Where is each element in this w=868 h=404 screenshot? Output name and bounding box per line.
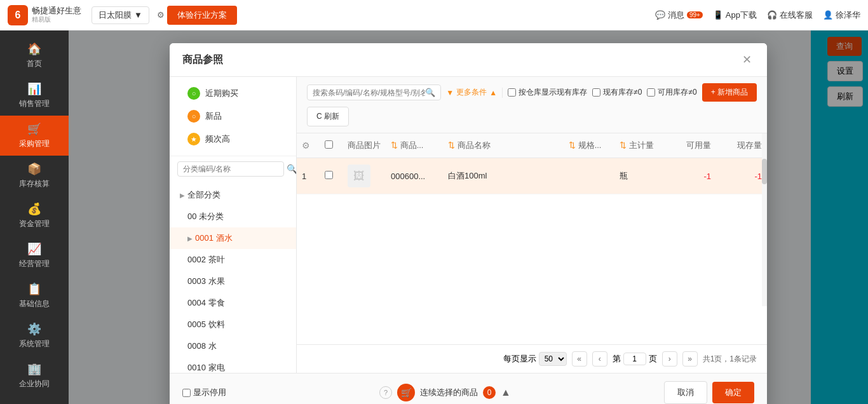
- first-page-button[interactable]: «: [572, 351, 587, 367]
- enterprise-icon: 🏢: [27, 362, 41, 376]
- sidebar-item-sales[interactable]: 📊 销售管理: [0, 76, 69, 116]
- more-filters-button[interactable]: ▼ 更多条件 ▲: [446, 87, 497, 98]
- select-all-checkbox[interactable]: [325, 140, 333, 149]
- nav-dropdown[interactable]: 日太阳膜 ▼: [92, 6, 149, 24]
- category-search-input[interactable]: [177, 161, 284, 177]
- sort-icon: ⇅: [569, 140, 576, 150]
- refresh-button[interactable]: C 刷新: [307, 107, 349, 126]
- scrollbar-thumb[interactable]: [762, 159, 767, 184]
- sidebar-item-operations[interactable]: 📈 经营管理: [0, 236, 69, 276]
- row-stock: -1: [716, 158, 767, 194]
- last-page-button[interactable]: »: [682, 351, 698, 367]
- app-download-button[interactable]: 📱 App下载: [713, 10, 757, 21]
- category-0010[interactable]: 0010 家电: [170, 357, 296, 373]
- arrow-icon: ▶: [180, 192, 185, 199]
- messages-button[interactable]: 💬 消息 99+: [655, 10, 703, 21]
- sidebar-item-home[interactable]: 🏠 首页: [0, 36, 69, 76]
- category-0003[interactable]: 0003 水果: [170, 271, 296, 292]
- search-icon[interactable]: 🔍: [425, 88, 435, 97]
- col-name-header[interactable]: ⇅ 商品名称: [443, 133, 564, 158]
- recent-purchase-filter[interactable]: ○ 近期购买: [177, 82, 288, 105]
- available-stock-checkbox[interactable]: [647, 88, 655, 97]
- content-area: 查询 设置 刷新 商品参照 ✕: [69, 30, 868, 404]
- warehouse-stock-checkbox[interactable]: [508, 88, 516, 97]
- scrollbar-track[interactable]: [762, 133, 767, 306]
- category-search-icon[interactable]: 🔍: [287, 164, 297, 174]
- nonzero-stock-checkbox[interactable]: [592, 88, 600, 97]
- show-disabled-label[interactable]: 显示停用: [182, 387, 226, 398]
- category-0008[interactable]: 0008 水: [170, 335, 296, 357]
- page-size-dropdown[interactable]: 50: [539, 352, 567, 366]
- category-0002[interactable]: 0002 茶叶: [170, 249, 296, 271]
- product-table-container: ⚙ 商品图片: [297, 133, 767, 344]
- row-num: 1: [297, 158, 320, 194]
- help-icon[interactable]: ?: [379, 386, 392, 399]
- row-avail: -1: [665, 158, 716, 194]
- prev-page-button[interactable]: ‹: [592, 351, 607, 367]
- confirm-button[interactable]: 确定: [712, 382, 754, 403]
- sidebar-item-assets[interactable]: 💰 资金管理: [0, 196, 69, 236]
- main-layout: 🏠 首页 📊 销售管理 🛒 采购管理 📦 库存核算 💰 资金管理 📈 经营管理 …: [0, 30, 868, 404]
- system-icon: ⚙️: [27, 322, 41, 336]
- user-profile[interactable]: 👤 徐泽华: [823, 10, 860, 21]
- col-code-header[interactable]: ⇅ 商品...: [386, 133, 443, 158]
- filter-icon: ▼: [446, 88, 454, 97]
- online-service-button[interactable]: 🎧 在线客服: [767, 10, 813, 21]
- cart-icon[interactable]: 🛒: [397, 384, 415, 401]
- message-badge: 99+: [687, 11, 703, 18]
- row-select-checkbox[interactable]: [325, 171, 333, 179]
- logo-icon: 6: [8, 5, 28, 25]
- sidebar-item-system[interactable]: ⚙️ 系统管理: [0, 316, 69, 356]
- footer-right: 取消 确定: [664, 381, 754, 404]
- cancel-button[interactable]: 取消: [664, 381, 707, 404]
- sidebar-item-guide[interactable]: 📖 新手引导: [0, 396, 69, 404]
- user-icon: 👤: [823, 10, 833, 20]
- page-size-select: 每页显示 50: [503, 352, 567, 366]
- sidebar-item-inventory[interactable]: 📦 库存核算: [0, 156, 69, 196]
- checkbox-available-stock[interactable]: 可用库存≠0: [647, 87, 696, 98]
- product-table: ⚙ 商品图片: [297, 133, 767, 194]
- table-settings-icon[interactable]: ⚙: [302, 140, 310, 151]
- sort-icon: ⇅: [391, 140, 398, 150]
- row-image: 🖼: [342, 158, 386, 194]
- dialog-overlay: 商品参照 ✕ ○ 近期购买 ○ 新品: [69, 30, 868, 404]
- new-product-filter[interactable]: ○ 新品: [177, 105, 288, 128]
- category-0005[interactable]: 0005 饮料: [170, 314, 296, 335]
- product-toolbar: 🔍 ▼ 更多条件 ▲ 按仓库显示现有库存: [297, 77, 767, 133]
- dialog-header: 商品参照 ✕: [170, 43, 767, 77]
- row-checkbox[interactable]: [320, 158, 342, 194]
- dialog-body: ○ 近期购买 ○ 新品 ★ 频次高: [170, 77, 767, 373]
- close-icon[interactable]: ✕: [739, 52, 754, 67]
- table-row[interactable]: 1 🖼 000600...: [297, 158, 767, 194]
- add-product-button[interactable]: + 新增商品: [702, 83, 757, 102]
- show-disabled-checkbox[interactable]: [182, 389, 191, 397]
- category-all[interactable]: ▶ 全部分类: [170, 184, 296, 206]
- col-spec-header[interactable]: ⇅ 规格...: [564, 133, 614, 158]
- checkbox-nonzero-stock[interactable]: 现有库存≠0: [592, 87, 642, 98]
- row-code: 000600...: [386, 158, 443, 194]
- row-spec: [564, 158, 614, 194]
- category-0001[interactable]: ▶ 0001 酒水: [170, 227, 296, 249]
- experience-button[interactable]: 体验行业方案: [167, 6, 237, 25]
- col-unit-header[interactable]: ⇅ 主计量: [614, 133, 665, 158]
- next-page-button[interactable]: ›: [662, 351, 677, 367]
- frequent-filter[interactable]: ★ 频次高: [177, 128, 288, 151]
- checkbox-warehouse-stock[interactable]: 按仓库显示现有库存: [508, 87, 587, 98]
- assets-icon: 💰: [27, 202, 41, 216]
- dialog-title: 商品参照: [182, 53, 223, 67]
- sidebar-item-enterprise[interactable]: 🏢 企业协同: [0, 356, 69, 396]
- selected-count-badge: 0: [483, 386, 496, 399]
- page-number-input[interactable]: [623, 353, 646, 365]
- col-settings: ⚙: [297, 133, 320, 158]
- category-00[interactable]: 00 未分类: [170, 206, 296, 227]
- category-0004[interactable]: 0004 零食: [170, 292, 296, 314]
- settings-icon[interactable]: ⚙: [157, 10, 165, 20]
- product-panel: 🔍 ▼ 更多条件 ▲ 按仓库显示现有库存: [297, 77, 767, 373]
- nav-right: 💬 消息 99+ 📱 App下载 🎧 在线客服 👤 徐泽华: [655, 10, 860, 21]
- product-search-input[interactable]: [313, 88, 425, 97]
- product-image: 🖼: [348, 165, 370, 187]
- headset-icon: 🎧: [767, 10, 777, 20]
- collapse-icon[interactable]: ▲: [501, 387, 511, 398]
- sidebar-item-basic[interactable]: 📋 基础信息: [0, 276, 69, 316]
- sidebar-item-purchase[interactable]: 🛒 采购管理: [0, 116, 69, 156]
